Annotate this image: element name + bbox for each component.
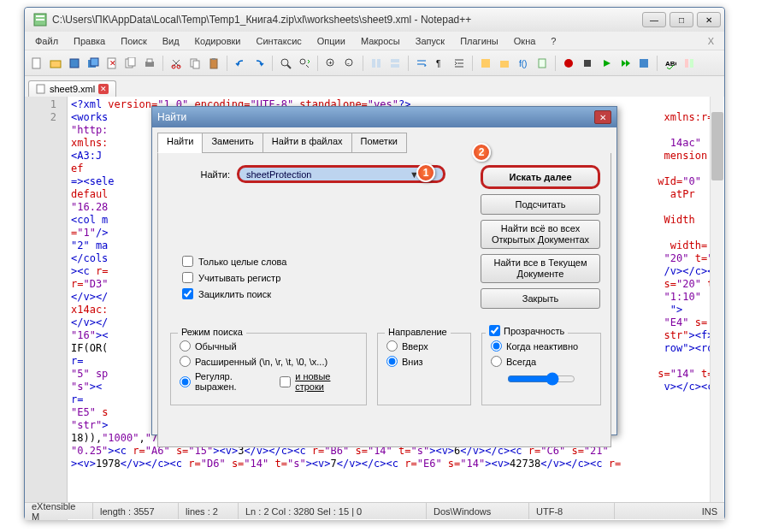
tab-find[interactable]: Найти: [157, 133, 203, 153]
tab-replace[interactable]: Заменить: [202, 133, 263, 153]
paste-icon[interactable]: [205, 55, 222, 72]
closefile-icon[interactable]: ✕: [103, 55, 121, 72]
minimize-button[interactable]: —: [642, 12, 666, 27]
menu-run[interactable]: Запуск: [409, 34, 451, 48]
copy-icon[interactable]: [186, 55, 204, 72]
redo-icon[interactable]: [251, 55, 268, 72]
direction-down[interactable]: Вниз: [386, 356, 462, 367]
sync-v-icon[interactable]: [368, 55, 385, 72]
line-number: 2: [25, 111, 67, 124]
sync-h-icon[interactable]: [386, 55, 404, 72]
saveall-icon[interactable]: [85, 55, 102, 72]
tab-findinfiles[interactable]: Найти в файлах: [263, 133, 352, 153]
mode-regex[interactable]: Регуляр. выражен.: [180, 371, 271, 392]
menu-encoding[interactable]: Кодировки: [188, 34, 248, 48]
svg-rect-32: [481, 59, 490, 68]
trans-inactive[interactable]: Когда неактивно: [491, 340, 592, 352]
save-icon[interactable]: [66, 55, 83, 72]
find-all-open-button[interactable]: Найти всё во всех Открытых Документах: [481, 220, 600, 249]
menu-options[interactable]: Опции: [310, 34, 352, 48]
svg-text:ABC: ABC: [665, 60, 676, 68]
print-icon[interactable]: [141, 55, 158, 72]
record-icon[interactable]: [560, 55, 577, 72]
menu-syntax[interactable]: Синтаксис: [250, 34, 309, 48]
spell-icon[interactable]: ABC: [662, 55, 679, 72]
menu-macros[interactable]: Макросы: [354, 34, 407, 48]
svg-rect-1: [36, 15, 44, 17]
undo-icon[interactable]: [232, 55, 249, 72]
folder1-icon[interactable]: [477, 55, 494, 72]
status-position: Ln : 2 Col : 3280 Sel : 15 | 0: [239, 503, 427, 519]
folder2-icon[interactable]: [496, 55, 513, 72]
menu-help[interactable]: ?: [544, 34, 563, 48]
closeall-icon[interactable]: [122, 55, 139, 72]
dialog-close-button[interactable]: ✕: [594, 110, 611, 124]
direction-title: Направление: [385, 327, 451, 337]
svg-point-20: [281, 59, 288, 66]
wordwrap-icon[interactable]: [413, 55, 430, 72]
find-icon[interactable]: [277, 55, 294, 72]
svg-rect-27: [372, 59, 375, 68]
search-mode-group: Режим поиска Обычный Расширенный (\n, \r…: [170, 333, 367, 405]
mode-normal[interactable]: Обычный: [180, 340, 357, 352]
func-icon[interactable]: f(): [515, 55, 532, 72]
savemacro-icon[interactable]: [635, 55, 652, 72]
cut-icon[interactable]: [168, 55, 185, 72]
svg-text:f(): f(): [519, 59, 527, 68]
wrap-check[interactable]: Зациклить поиск: [182, 288, 286, 299]
status-encoding: UTF-8: [529, 503, 615, 519]
vertical-scrollbar[interactable]: [710, 97, 723, 520]
callout-marker-1: 1: [416, 163, 435, 182]
file-tab[interactable]: sheet9.xml ✕: [28, 80, 116, 97]
close-dialog-button[interactable]: Закрыть: [481, 288, 600, 309]
find-all-current-button[interactable]: Найти все в Текущем Документе: [481, 254, 600, 283]
new-icon[interactable]: [28, 55, 45, 72]
tab-close-icon[interactable]: ✕: [98, 84, 109, 94]
svg-rect-33: [500, 61, 509, 68]
status-length: length : 3557: [93, 503, 179, 519]
menu-plugins[interactable]: Плагины: [453, 34, 505, 48]
showall-icon[interactable]: ¶: [432, 55, 449, 72]
indent-icon[interactable]: [451, 55, 468, 72]
scroll-thumb[interactable]: [711, 112, 723, 180]
svg-rect-13: [147, 59, 152, 62]
close-button[interactable]: ✕: [697, 12, 721, 27]
svg-rect-2: [36, 19, 44, 21]
trans-always[interactable]: Всегда: [491, 356, 592, 367]
zoomout-icon[interactable]: -: [341, 55, 358, 72]
tab-marks[interactable]: Пометки: [351, 133, 407, 153]
tab-label: sheet9.xml: [50, 84, 95, 94]
search-mode-title: Режим поиска: [178, 327, 246, 337]
playmulti-icon[interactable]: [616, 55, 634, 72]
replace-icon[interactable]: [296, 55, 313, 72]
compare-icon[interactable]: [681, 55, 698, 72]
count-button[interactable]: Подсчитать: [481, 194, 600, 215]
transparency-check[interactable]: Прозрачность: [489, 325, 564, 336]
svg-text:¶: ¶: [436, 59, 440, 68]
menu-view[interactable]: Вид: [156, 34, 186, 48]
menu-search[interactable]: Поиск: [114, 34, 153, 48]
zoomin-icon[interactable]: +: [322, 55, 339, 72]
mode-extended[interactable]: Расширенный (\n, \r, \t, \0, \x...): [180, 356, 357, 367]
menu-windows[interactable]: Окна: [507, 34, 543, 48]
find-next-button[interactable]: Искать далее: [481, 165, 600, 189]
svg-rect-28: [377, 59, 380, 68]
newlines-check[interactable]: и новые строки: [280, 371, 357, 392]
stop-icon[interactable]: [579, 55, 596, 72]
map-icon[interactable]: [534, 55, 551, 72]
svg-rect-29: [391, 59, 399, 62]
direction-up[interactable]: Вверх: [386, 340, 462, 352]
status-eol: Dos\Windows: [427, 503, 529, 519]
open-icon[interactable]: [47, 55, 64, 72]
match-case-check[interactable]: Учитывать регистр: [182, 272, 286, 283]
svg-rect-5: [70, 59, 79, 68]
transparency-slider[interactable]: [507, 372, 575, 386]
play-icon[interactable]: [598, 55, 615, 72]
menu-edit[interactable]: Правка: [67, 34, 112, 48]
whole-words-check[interactable]: Только целые слова: [182, 256, 286, 267]
maximize-button[interactable]: □: [670, 12, 693, 27]
menu-close-x[interactable]: X: [701, 34, 721, 48]
file-icon: [36, 84, 46, 94]
menu-file[interactable]: Файл: [28, 34, 65, 48]
titlebar: C:\Users\ПК\AppData\Local\Temp\Temp1_Кни…: [25, 8, 724, 32]
